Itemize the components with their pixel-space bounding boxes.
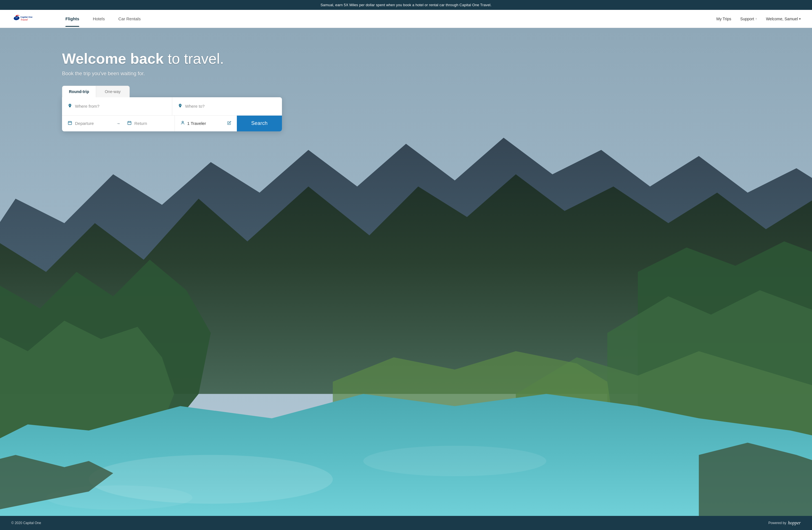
where-to-placeholder: Where to?	[185, 104, 205, 108]
location-row: Where from? Where to?	[62, 97, 282, 116]
navbar: Capital One Travel Flights Hotels Car Re…	[0, 10, 812, 28]
return-calendar-icon	[127, 121, 132, 126]
where-to-field[interactable]: Where to?	[172, 97, 282, 115]
nav-my-trips[interactable]: My Trips	[716, 17, 731, 21]
departure-calendar-icon	[68, 121, 72, 126]
hero-subtitle: Book the trip you've been waiting for.	[62, 71, 338, 77]
hero-section: Welcome back to travel. Book the trip yo…	[0, 28, 812, 516]
powered-by-text: Powered by	[768, 521, 786, 525]
location-to-icon	[178, 103, 183, 109]
tab-round-trip[interactable]: Round-trip	[62, 86, 96, 97]
logo[interactable]: Capital One Travel	[11, 14, 45, 24]
svg-rect-8	[68, 121, 72, 124]
copyright: © 2020 Capital One	[11, 521, 41, 525]
nav-link-flights[interactable]: Flights	[59, 11, 86, 27]
traveler-field[interactable]: 1 Traveler	[175, 116, 237, 131]
svg-text:Travel: Travel	[20, 18, 28, 21]
search-form: Where from? Where to?	[62, 97, 282, 131]
promo-banner: Samual, earn 5X Miles per dollar spent w…	[0, 0, 812, 10]
nav-right: My Trips Support ↑ Welcome, Samuel ▾	[716, 17, 801, 21]
where-from-placeholder: Where from?	[75, 104, 100, 108]
promo-text: Samual, earn 5X Miles per dollar spent w…	[321, 3, 492, 7]
nav-welcome-user[interactable]: Welcome, Samuel ▾	[766, 17, 801, 21]
search-button[interactable]: Search	[237, 116, 282, 131]
footer: © 2020 Capital One Powered by hopper	[0, 516, 812, 530]
location-from-icon	[68, 103, 72, 109]
dates-traveler-row: Departure →	[62, 116, 282, 131]
edit-traveler-icon[interactable]	[227, 121, 231, 126]
hopper-logo: hopper	[788, 520, 801, 526]
traveler-person-icon	[180, 121, 185, 126]
svg-point-6	[363, 446, 547, 476]
trip-type-tabs: Round-trip One-way	[62, 86, 130, 97]
hero-content: Welcome back to travel. Book the trip yo…	[0, 28, 338, 131]
nav-link-car-rentals[interactable]: Car Rentals	[112, 11, 147, 27]
nav-link-hotels[interactable]: Hotels	[86, 11, 112, 27]
user-dropdown-icon: ▾	[799, 17, 801, 21]
return-field[interactable]: Return	[121, 116, 175, 131]
search-card: Round-trip One-way Where from?	[62, 86, 282, 131]
tab-one-way[interactable]: One-way	[96, 86, 130, 97]
nav-support[interactable]: Support ↑	[740, 17, 757, 21]
date-arrow-icon: →	[115, 121, 121, 126]
where-from-field[interactable]: Where from?	[62, 97, 172, 115]
departure-placeholder: Departure	[75, 121, 94, 126]
svg-rect-12	[128, 121, 131, 124]
return-placeholder: Return	[134, 121, 147, 126]
hero-title: Welcome back to travel.	[62, 50, 338, 68]
svg-point-16	[182, 121, 183, 123]
date-group: Departure →	[62, 116, 175, 131]
traveler-label: 1 Traveler	[187, 121, 206, 126]
departure-field[interactable]: Departure	[62, 116, 115, 131]
support-arrow-icon: ↑	[755, 17, 757, 21]
powered-by-hopper: Powered by hopper	[768, 520, 801, 526]
nav-links: Flights Hotels Car Rentals	[59, 11, 716, 27]
